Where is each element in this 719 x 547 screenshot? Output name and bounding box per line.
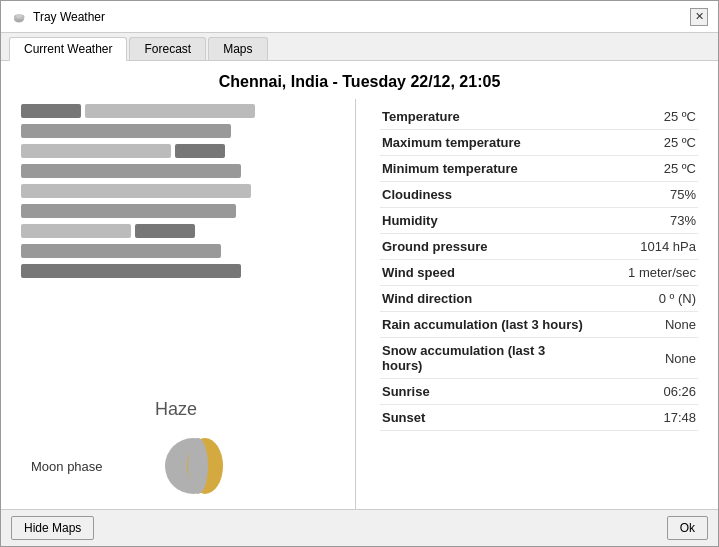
right-panel: Temperature25 ºCMaximum temperature25 ºC…: [370, 99, 708, 509]
bar: [21, 224, 131, 238]
bar: [21, 204, 236, 218]
weather-label-cell: Wind speed: [380, 260, 587, 286]
weather-bars: [21, 104, 331, 391]
weather-value-cell: 75%: [587, 182, 698, 208]
bar: [135, 224, 195, 238]
table-row: Sunrise06:26: [380, 379, 698, 405]
weather-value-cell: 25 ºC: [587, 104, 698, 130]
weather-value-cell: 0 º (N): [587, 286, 698, 312]
tab-bar: Current Weather Forecast Maps: [1, 33, 718, 61]
table-row: Wind direction0 º (N): [380, 286, 698, 312]
bar-row-3: [21, 144, 331, 158]
main-area: Haze Moon phase Temperature25 ºC: [1, 99, 718, 509]
weather-label-cell: Humidity: [380, 208, 587, 234]
table-row: Minimum temperature25 ºC: [380, 156, 698, 182]
weather-label-cell: Sunset: [380, 405, 587, 431]
main-window: Tray Weather ✕ Current Weather Forecast …: [0, 0, 719, 547]
table-row: Sunset17:48: [380, 405, 698, 431]
tab-current-weather[interactable]: Current Weather: [9, 37, 127, 61]
hide-maps-button[interactable]: Hide Maps: [11, 516, 94, 540]
weather-label-cell: Temperature: [380, 104, 587, 130]
bar-row-4: [21, 164, 331, 178]
tab-forecast[interactable]: Forecast: [129, 37, 206, 60]
close-button[interactable]: ✕: [690, 8, 708, 26]
svg-point-3: [16, 14, 22, 18]
table-row: Cloudiness75%: [380, 182, 698, 208]
divider: [355, 99, 356, 509]
weather-table: Temperature25 ºCMaximum temperature25 ºC…: [380, 104, 698, 431]
weather-label-cell: Minimum temperature: [380, 156, 587, 182]
weather-value-cell: 17:48: [587, 405, 698, 431]
bar-row-1: [21, 104, 331, 118]
weather-value-cell: 06:26: [587, 379, 698, 405]
weather-label-cell: Cloudiness: [380, 182, 587, 208]
weather-label-cell: Rain accumulation (last 3 hours): [380, 312, 587, 338]
bar-row-7: [21, 224, 331, 238]
bar: [175, 144, 225, 158]
bar-row-5: [21, 184, 331, 198]
table-row: Rain accumulation (last 3 hours)None: [380, 312, 698, 338]
weather-icon: [11, 9, 27, 25]
title-bar-left: Tray Weather: [11, 9, 105, 25]
bar: [21, 104, 81, 118]
title-bar: Tray Weather ✕: [1, 1, 718, 33]
bar: [21, 144, 171, 158]
bar: [21, 264, 241, 278]
bar: [85, 104, 255, 118]
weather-label-cell: Sunrise: [380, 379, 587, 405]
moon-phase-icon: [163, 436, 223, 496]
weather-label-cell: Maximum temperature: [380, 130, 587, 156]
weather-value-cell: 25 ºC: [587, 156, 698, 182]
tab-maps[interactable]: Maps: [208, 37, 267, 60]
bar: [21, 184, 251, 198]
weather-value-cell: 1014 hPa: [587, 234, 698, 260]
footer: Hide Maps Ok: [1, 509, 718, 546]
bar-row-6: [21, 204, 331, 218]
weather-condition-label: Haze: [21, 399, 331, 420]
left-panel: Haze Moon phase: [11, 99, 341, 509]
location-header: Chennai, India - Tuesday 22/12, 21:05: [1, 61, 718, 99]
weather-label-cell: Wind direction: [380, 286, 587, 312]
weather-value-cell: 1 meter/sec: [587, 260, 698, 286]
bar-row-8: [21, 244, 331, 258]
svg-point-6: [188, 438, 208, 494]
weather-value-cell: 25 ºC: [587, 130, 698, 156]
bar: [21, 244, 221, 258]
weather-label-cell: Ground pressure: [380, 234, 587, 260]
weather-label-cell: Snow accumulation (last 3 hours): [380, 338, 587, 379]
weather-value-cell: None: [587, 312, 698, 338]
moon-section: Moon phase: [21, 428, 331, 504]
title-text: Tray Weather: [33, 10, 105, 24]
table-row: Temperature25 ºC: [380, 104, 698, 130]
table-row: Maximum temperature25 ºC: [380, 130, 698, 156]
table-row: Wind speed1 meter/sec: [380, 260, 698, 286]
weather-value-cell: 73%: [587, 208, 698, 234]
bar-row-9: [21, 264, 331, 278]
weather-value-cell: None: [587, 338, 698, 379]
content-area: Chennai, India - Tuesday 22/12, 21:05: [1, 61, 718, 509]
bar: [21, 124, 231, 138]
ok-button[interactable]: Ok: [667, 516, 708, 540]
table-row: Humidity73%: [380, 208, 698, 234]
table-row: Snow accumulation (last 3 hours)None: [380, 338, 698, 379]
table-row: Ground pressure1014 hPa: [380, 234, 698, 260]
bar-row-2: [21, 124, 331, 138]
moon-phase-label: Moon phase: [31, 459, 103, 474]
bar: [21, 164, 241, 178]
